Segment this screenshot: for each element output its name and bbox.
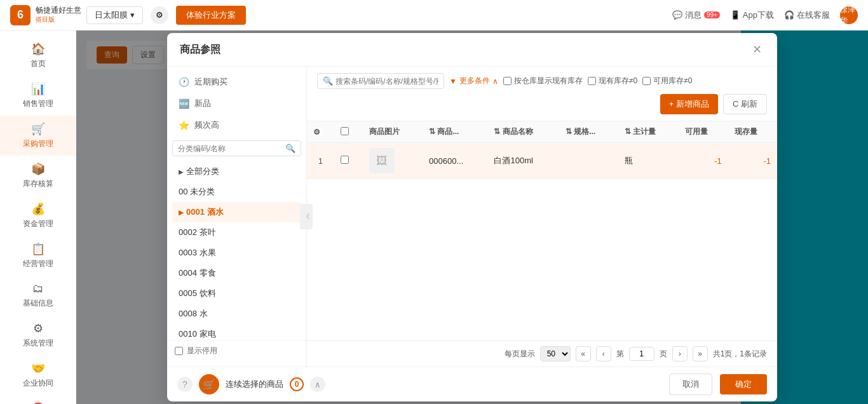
row-spec-cell <box>559 143 618 179</box>
table-header-row: ⚙ 商品图片 ⇅ 商品... <box>307 121 777 143</box>
last-page-button[interactable]: » <box>693 346 708 361</box>
warehouse-stock-label: 按仓库显示现有库存 <box>514 76 583 86</box>
nonzero-stock-toggle[interactable]: 现有库存≠0 <box>588 76 637 86</box>
sidebar-item-sales[interactable]: 📊 销售管理 <box>0 76 76 116</box>
modal-close-button[interactable]: ✕ <box>749 42 764 57</box>
exp-button[interactable]: 体验行业方案 <box>176 6 246 25</box>
col-code-header[interactable]: ⇅ 商品... <box>423 121 487 143</box>
tab-recent[interactable]: 🕐 近期购买 <box>172 72 301 92</box>
sidebar-item-purchase[interactable]: 🛒 采购管理 <box>0 116 76 156</box>
warehouse-stock-toggle[interactable]: 按仓库显示现有库存 <box>503 76 583 86</box>
tab-new-label: 新品 <box>194 98 211 109</box>
sidebar-home-label: 首页 <box>31 58 46 69</box>
table-row[interactable]: 1 🖼 000600... 白酒100ml 瓶 <box>307 143 777 179</box>
col-settings[interactable]: ⚙ <box>307 121 334 143</box>
category-list: ▶ 全部分类 00 未分类 ▶ 0001 酒水 0002 茶 <box>167 161 306 340</box>
footer-collapse-button[interactable]: ∧ <box>310 377 325 392</box>
app-download-nav[interactable]: 📱 App下载 <box>730 10 774 21</box>
refresh-button[interactable]: C 刷新 <box>723 94 767 114</box>
col-unit-header[interactable]: ⇅ 主计量 <box>618 121 679 143</box>
product-table: ⚙ 商品图片 ⇅ 商品... <box>307 121 777 179</box>
cat-label-0005: 0005 饮料 <box>179 288 216 299</box>
select-all-checkbox[interactable] <box>341 127 349 135</box>
page-label: 第 <box>616 349 624 360</box>
confirm-button[interactable]: 确定 <box>720 374 767 394</box>
tab-frequent[interactable]: ⭐ 频次高 <box>172 115 301 135</box>
nonzero-stock-label: 现有库存≠0 <box>599 76 637 86</box>
show-disabled-toggle[interactable]: 显示停用 <box>167 340 306 361</box>
row-checkbox[interactable] <box>341 156 349 164</box>
sidebar-item-system[interactable]: ⚙ 系统管理 <box>0 315 76 355</box>
next-page-button[interactable]: › <box>672 346 688 361</box>
sidebar-item-guide[interactable]: 🎯 新手引导 <box>0 395 76 404</box>
tab-frequent-label: 频次高 <box>194 119 219 131</box>
sidebar-item-operation[interactable]: 📋 经营管理 <box>0 236 76 276</box>
left-tabs: 🕐 近期购买 🆕 新品 ⭐ 频次高 <box>167 72 306 135</box>
logo: 6 畅捷通好生意 搭目版 <box>10 5 86 25</box>
available-nonzero-toggle[interactable]: 可用库存≠0 <box>642 76 692 86</box>
sidebar-item-finance[interactable]: 💰 资金管理 <box>0 196 76 236</box>
footer-left: ? 🛒 连续选择的商品 0 ∧ <box>177 374 661 394</box>
cat-item-0002[interactable]: 0002 茶叶 <box>172 222 301 243</box>
product-search-box[interactable]: 🔍 <box>317 73 444 89</box>
sidebar-item-corp[interactable]: 🤝 企业协同 <box>0 355 76 395</box>
sidebar-item-home[interactable]: 🏠 首页 <box>0 36 76 76</box>
user-avatar[interactable]: 徐泽华 <box>840 6 858 24</box>
content-area: 查询 设置 刷新 商品参照 ✕ <box>76 30 868 404</box>
cat-label-0003: 0003 水果 <box>179 247 216 259</box>
cat-item-00[interactable]: 00 未分类 <box>172 182 301 202</box>
nav-dropdown[interactable]: 日太阳膜 ▾ <box>86 6 143 24</box>
cart-icon: 🛒 <box>199 374 219 394</box>
tab-new[interactable]: 🆕 新品 <box>172 93 301 114</box>
category-search-box[interactable]: 🔍 <box>172 140 301 156</box>
help-button[interactable]: ? <box>177 377 193 392</box>
cancel-button[interactable]: 取消 <box>669 374 712 395</box>
available-nonzero-checkbox[interactable] <box>642 77 651 85</box>
col-name-header[interactable]: ⇅ 商品名称 <box>487 121 559 143</box>
cat-arrow-all: ▶ <box>179 168 184 175</box>
cat-label-0001: 0001 酒水 <box>186 206 224 218</box>
prev-page-button[interactable]: ‹ <box>596 346 611 361</box>
nonzero-stock-checkbox[interactable] <box>588 77 596 85</box>
search-icon2: 🔍 <box>323 76 333 86</box>
star-icon: ⭐ <box>179 120 189 130</box>
product-search-input[interactable] <box>336 77 438 86</box>
row-img-cell: 🖼 <box>363 143 423 179</box>
sidebar: 🏠 首页 📊 销售管理 🛒 采购管理 📦 库存核算 💰 资金管理 📋 经营管理 … <box>0 30 76 404</box>
sidebar-sales-label: 销售管理 <box>23 98 53 109</box>
category-search-input[interactable] <box>178 144 283 153</box>
guide-icon: 🎯 <box>31 401 45 404</box>
col-checkbox[interactable] <box>334 121 363 143</box>
more-filter-button[interactable]: ▼ 更多条件 ∧ <box>449 76 498 86</box>
cat-item-0005[interactable]: 0005 饮料 <box>172 283 301 304</box>
messages-nav[interactable]: 💬 消息 99+ <box>672 10 720 21</box>
first-page-button[interactable]: « <box>576 346 591 361</box>
sidebar-item-base[interactable]: 🗂 基础信息 <box>0 276 76 315</box>
settings-icon[interactable]: ⚙ <box>151 6 168 24</box>
page-input[interactable] <box>629 347 654 361</box>
row-code-cell: 000600... <box>423 143 487 179</box>
cat-item-0004[interactable]: 0004 零食 <box>172 263 301 283</box>
sidebar-item-inventory[interactable]: 📦 库存核算 <box>0 156 76 196</box>
phone-icon: 📱 <box>730 10 740 20</box>
search-icon: 🔍 <box>285 144 295 153</box>
cat-item-0008[interactable]: 0008 水 <box>172 304 301 324</box>
messages-label: 消息 <box>685 10 702 21</box>
warehouse-stock-checkbox[interactable] <box>503 77 512 85</box>
message-badge: 99+ <box>704 11 720 18</box>
show-disabled-checkbox[interactable] <box>175 347 183 355</box>
add-product-button[interactable]: + 新增商品 <box>660 94 718 114</box>
online-service-nav[interactable]: 🎧 在线客服 <box>784 10 830 21</box>
cat-item-0001[interactable]: ▶ 0001 酒水 <box>172 202 301 222</box>
cat-item-0003[interactable]: 0003 水果 <box>172 243 301 263</box>
modal-footer: ? 🛒 连续选择的商品 0 ∧ 取消 确定 <box>167 367 777 401</box>
col-spec-header[interactable]: ⇅ 规格... <box>559 121 618 143</box>
cat-item-all[interactable]: ▶ 全部分类 <box>172 161 301 182</box>
row-checkbox-cell[interactable] <box>334 143 363 179</box>
cat-item-0010[interactable]: 0010 家电 <box>172 324 301 340</box>
main-layout: 🏠 首页 📊 销售管理 🛒 采购管理 📦 库存核算 💰 资金管理 📋 经营管理 … <box>0 30 868 404</box>
cat-label-0010: 0010 家电 <box>179 328 216 340</box>
per-page-select[interactable]: 50 <box>540 346 571 361</box>
chevron-left-icon: 《 <box>303 212 309 221</box>
left-panel-collapse-button[interactable]: 《 <box>300 204 313 229</box>
